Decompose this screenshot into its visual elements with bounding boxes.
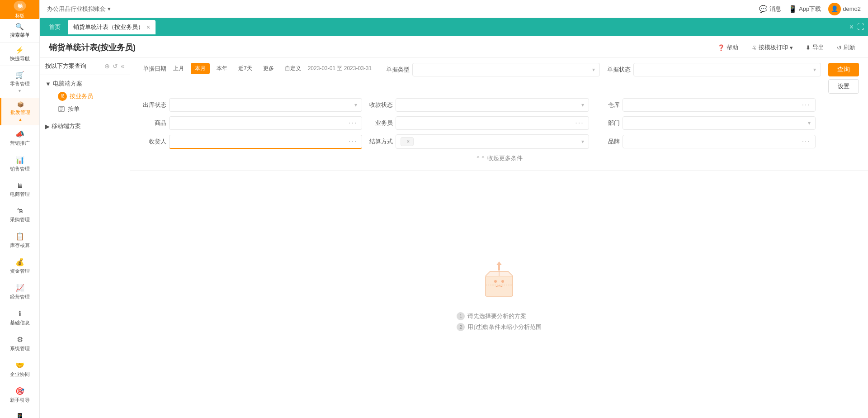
collapse-row: ⌃⌃ 收起更多条件 [139, 152, 859, 165]
doc-type-label: 单据类型 [382, 66, 410, 74]
sidebar-item-apps[interactable]: 📱 应用中心 [0, 408, 39, 418]
goods-label: 商品 [139, 119, 166, 127]
brand-label: 品牌 [593, 138, 620, 146]
collapse-label: 收起更多条件 [487, 154, 523, 162]
sidebar-item-marketing[interactable]: 📣 营销推广 [0, 125, 39, 151]
print-button[interactable]: 🖨 按模板打印 ▾ [747, 42, 797, 53]
scheme-item-by-salesperson[interactable]: 员 按业务员 [54, 90, 124, 103]
app-download-icon: 📱 [788, 5, 797, 13]
brand-input[interactable]: ··· [623, 135, 816, 148]
panel-header-icons: ⊕ ↺ « [104, 62, 124, 70]
sidebar-item-wholesale[interactable]: 📦 批发管理 ▲ [0, 98, 39, 125]
sidebar-item-corp[interactable]: 🤝 企业协同 [0, 356, 39, 382]
scheme-parent-desktop-label: 电脑端方案 [53, 80, 82, 88]
date-btn-custom[interactable]: 自定义 [281, 63, 305, 74]
settings-button[interactable]: 设置 [828, 79, 859, 94]
delivery-select[interactable]: ▾ [169, 98, 362, 112]
warehouse-input[interactable]: ··· [623, 98, 816, 112]
help-button[interactable]: ❓ 帮助 [714, 42, 742, 53]
panel-collapse-icon[interactable]: « [121, 62, 124, 70]
brand-dots-icon: ··· [802, 138, 811, 146]
app-download-label: App下载 [799, 5, 821, 13]
settlement-arrow-icon: ▾ [581, 138, 584, 145]
query-actions: 查询 设置 [828, 63, 859, 94]
main-body: 按以下方案查询 ⊕ ↺ « ▼ 电脑端方案 员 按 [40, 57, 868, 418]
breadcrumb-dropdown-icon: ▾ [108, 5, 111, 12]
help-label: 帮助 [726, 43, 738, 52]
tab-window-controls: × ⛶ [849, 23, 864, 31]
tab-home-label: 首页 [49, 23, 61, 31]
page-actions: ❓ 帮助 🖨 按模板打印 ▾ ⬇ 导出 ↺ 刷新 [714, 42, 859, 53]
sidebar-item-guide[interactable]: 🎯 新手引导 [0, 382, 39, 408]
scheme-parent-desktop-arrow: ▼ [45, 81, 51, 87]
sidebar-item-purchase[interactable]: 🛍 采购管理 [0, 202, 39, 228]
tab-home[interactable]: 首页 [43, 20, 66, 34]
panel-title: 按以下方案查询 [45, 62, 86, 70]
scheme-parent-mobile[interactable]: ▶ 移动端方案 [45, 120, 124, 132]
top-header: 办公用品行业模拟账套 ▾ 💬 消息 📱 App下载 👤 demo2 [40, 0, 868, 18]
breadcrumb-dropdown[interactable]: 办公用品行业模拟账套 ▾ [47, 5, 111, 13]
svg-point-10 [501, 280, 504, 283]
sidebar-item-retail[interactable]: 🛒 零售管理 ▼ [0, 66, 39, 98]
export-button[interactable]: ⬇ 导出 [802, 42, 828, 53]
settlement-tag-remove[interactable]: × [406, 138, 410, 145]
refresh-button[interactable]: ↺ 刷新 [833, 42, 859, 53]
empty-hint-1-text: 请先选择要分析的方案 [467, 312, 526, 320]
message-button[interactable]: 💬 消息 [759, 5, 781, 13]
settlement-select[interactable]: × ▾ [396, 134, 589, 149]
panel-add-icon[interactable]: ⊕ [104, 62, 110, 70]
warehouse-label: 仓库 [593, 101, 620, 109]
svg-point-9 [494, 280, 497, 283]
date-btn-this-year[interactable]: 本年 [212, 63, 231, 74]
tab-sales-stat-label: 销货单统计表（按业务员） [73, 23, 144, 31]
sidebar-item-search[interactable]: 🔍 搜索菜单 [0, 19, 39, 43]
sidebar-item-quicknav[interactable]: ⚡ 快捷导航 [0, 43, 39, 66]
sidebar-item-ecommerce[interactable]: 🖥 电商管理 [0, 177, 39, 202]
scheme-item-salesperson-label: 按业务员 [70, 92, 93, 100]
doc-status-select[interactable]: ▾ [633, 63, 821, 76]
sidebar-item-basic[interactable]: ℹ 基础信息 [0, 305, 39, 331]
window-maximize-icon[interactable]: ⛶ [857, 23, 864, 31]
salesperson-dots-icon: ··· [575, 119, 584, 127]
date-btn-last-month[interactable]: 上月 [169, 63, 188, 74]
collapse-button[interactable]: ⌃⌃ 收起更多条件 [473, 152, 525, 165]
scheme-sub-order-icon [58, 105, 65, 113]
scheme-sub-item-by-order[interactable]: 按单 [54, 103, 124, 115]
page-header: 销货单统计表(按业务员) ❓ 帮助 🖨 按模板打印 ▾ ⬇ 导出 ↺ 刷新 [40, 36, 868, 57]
empty-hint-1: 1 请先选择要分析的方案 [457, 312, 541, 320]
sidebar-item-inventory[interactable]: 📋 库存核算 [0, 228, 39, 253]
goods-input[interactable]: ··· [169, 116, 362, 130]
user-menu[interactable]: 👤 demo2 [828, 3, 861, 15]
header-right: 💬 消息 📱 App下载 👤 demo2 [759, 3, 861, 15]
collapse-up-icon: ⌃⌃ [476, 155, 486, 162]
query-button[interactable]: 查询 [828, 63, 859, 76]
date-btn-more[interactable]: 更多 [259, 63, 278, 74]
empty-illustration [476, 258, 522, 303]
page-title: 销货单统计表(按业务员) [49, 42, 136, 53]
sidebar-item-system[interactable]: ⚙ 系统管理 [0, 331, 39, 356]
consignee-input[interactable]: ··· [169, 135, 362, 149]
sidebar-item-sales[interactable]: 📊 销售管理 [0, 151, 39, 177]
sidebar-item-operations[interactable]: 📈 经营管理 [0, 279, 39, 305]
goods-dots-icon: ··· [349, 119, 357, 127]
app-download-button[interactable]: 📱 App下载 [788, 5, 821, 13]
tab-close-icon[interactable]: × [146, 24, 150, 30]
date-btn-this-month[interactable]: 本月 [191, 63, 210, 74]
salesperson-label: 业务员 [366, 119, 393, 127]
date-btn-7days[interactable]: 近7天 [234, 63, 256, 74]
payment-select[interactable]: ▾ [396, 98, 589, 112]
scheme-item-salesperson-icon: 员 [58, 92, 67, 101]
panel-refresh-icon[interactable]: ↺ [113, 62, 118, 70]
app-subtitle: 标版 [15, 13, 24, 19]
payment-arrow-icon: ▾ [581, 102, 584, 108]
salesperson-input[interactable]: ··· [396, 116, 589, 130]
main-area: 办公用品行业模拟账套 ▾ 💬 消息 📱 App下载 👤 demo2 首页 [40, 0, 868, 418]
tab-sales-stat[interactable]: 销货单统计表（按业务员） × [68, 20, 156, 34]
empty-state: 1 请先选择要分析的方案 2 用[过滤]条件来缩小分析范围 [130, 171, 868, 418]
department-select[interactable]: ▾ [623, 116, 816, 130]
scheme-parent-desktop[interactable]: ▼ 电脑端方案 [45, 78, 124, 90]
window-close-icon[interactable]: × [849, 23, 854, 31]
sidebar-item-finance[interactable]: 💰 资金管理 [0, 253, 39, 279]
doc-type-select[interactable]: ▾ [412, 63, 600, 76]
app-logo[interactable]: 畅 标版 [0, 0, 40, 19]
